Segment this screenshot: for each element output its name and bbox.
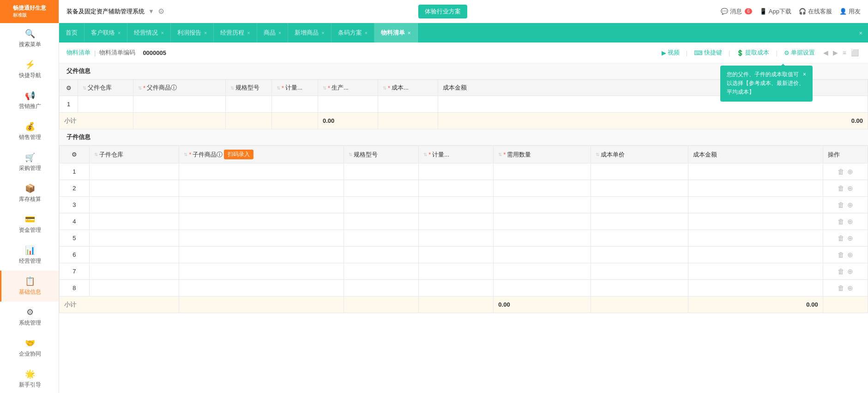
- parent-warehouse-cell[interactable]: [78, 96, 133, 113]
- tab-close-icon[interactable]: ×: [161, 30, 163, 36]
- child-amount-cell[interactable]: [688, 163, 823, 180]
- child-amount-cell[interactable]: [688, 280, 823, 296]
- child-unit-cell[interactable]: [419, 163, 494, 180]
- copy-icon[interactable]: ⊕: [847, 251, 853, 259]
- online-service-item[interactable]: 🎧 在线客服: [799, 7, 832, 16]
- child-spec-cell[interactable]: [344, 230, 419, 247]
- child-unit-cell[interactable]: [419, 280, 494, 296]
- nav-tab-7[interactable]: 条码方案×: [332, 23, 374, 42]
- child-spec-cell[interactable]: [344, 197, 419, 213]
- sidebar-item-marketing[interactable]: 📢 营销推广: [0, 85, 59, 116]
- settings-icon[interactable]: ⚙: [158, 7, 164, 16]
- nav-tab-2[interactable]: 经营情况×: [127, 23, 170, 42]
- action-settings[interactable]: ⚙ 单据设置: [784, 48, 815, 57]
- sidebar-item-inventory[interactable]: 📦 库存核算: [0, 178, 59, 209]
- sidebar-item-enterprise[interactable]: 🤝 企业协同: [0, 333, 59, 363]
- parent-spec-cell[interactable]: [226, 96, 272, 113]
- child-spec-cell[interactable]: [344, 163, 419, 180]
- tab-close-icon[interactable]: ×: [365, 30, 368, 36]
- child-product-cell[interactable]: [179, 213, 344, 230]
- app-download-item[interactable]: 📱 App下载: [760, 7, 791, 16]
- child-unit-cell[interactable]: [419, 180, 494, 197]
- nav-tab-1[interactable]: 客户联络×: [84, 23, 127, 42]
- child-qty-cell[interactable]: [494, 180, 591, 197]
- child-warehouse-cell[interactable]: [89, 263, 179, 280]
- parent-product-cell[interactable]: [133, 96, 226, 113]
- child-product-cell[interactable]: [179, 280, 344, 296]
- copy-icon[interactable]: ⊕: [847, 184, 853, 193]
- child-warehouse-cell[interactable]: [89, 230, 179, 247]
- child-spec-cell[interactable]: [344, 180, 419, 197]
- parent-cost-cell[interactable]: [378, 96, 438, 113]
- delete-icon[interactable]: 🗑: [838, 168, 844, 176]
- copy-icon[interactable]: ⊕: [847, 218, 853, 226]
- child-spec-cell[interactable]: [344, 247, 419, 263]
- sidebar-item-ops[interactable]: 📊 经营管理: [0, 240, 59, 271]
- child-warehouse-cell[interactable]: [89, 213, 179, 230]
- child-spec-cell[interactable]: [344, 280, 419, 296]
- nav-tab-3[interactable]: 利润报告×: [171, 23, 214, 42]
- child-warehouse-cell[interactable]: [89, 163, 179, 180]
- child-warehouse-cell[interactable]: [89, 247, 179, 263]
- dropdown-arrow-icon[interactable]: ▼: [148, 8, 154, 15]
- nav-close-all-btn[interactable]: ×: [853, 30, 868, 36]
- copy-icon[interactable]: ⊕: [847, 234, 853, 242]
- tab-close-icon[interactable]: ×: [408, 30, 410, 36]
- delete-icon[interactable]: 🗑: [838, 218, 844, 226]
- copy-icon[interactable]: ⊕: [847, 284, 853, 292]
- child-amount-cell[interactable]: [688, 197, 823, 213]
- sidebar-item-system[interactable]: ⚙ 系统管理: [0, 302, 59, 333]
- child-unit-cost-cell[interactable]: [591, 180, 688, 197]
- child-unit-cost-cell[interactable]: [591, 263, 688, 280]
- child-qty-cell[interactable]: [494, 197, 591, 213]
- child-product-cell[interactable]: [179, 247, 344, 263]
- user-item[interactable]: 👤 用友: [839, 7, 861, 16]
- child-unit-cost-cell[interactable]: [591, 197, 688, 213]
- child-qty-cell[interactable]: [494, 263, 591, 280]
- parent-production-cell[interactable]: [318, 96, 378, 113]
- child-unit-cell[interactable]: [419, 247, 494, 263]
- tab-close-icon[interactable]: ×: [247, 30, 250, 36]
- sidebar-item-finance[interactable]: 💳 资金管理: [0, 209, 59, 240]
- child-unit-cell[interactable]: [419, 197, 494, 213]
- child-qty-cell[interactable]: [494, 230, 591, 247]
- delete-icon[interactable]: 🗑: [838, 251, 844, 259]
- child-warehouse-cell[interactable]: [89, 197, 179, 213]
- child-qty-cell[interactable]: [494, 247, 591, 263]
- nav-tab-0[interactable]: 首页: [59, 23, 84, 42]
- child-spec-cell[interactable]: [344, 213, 419, 230]
- action-shortcut[interactable]: ⌨ 快捷键: [694, 48, 722, 57]
- child-amount-cell[interactable]: [688, 230, 823, 247]
- copy-icon[interactable]: ⊕: [847, 168, 853, 176]
- child-unit-cost-cell[interactable]: [591, 213, 688, 230]
- delete-icon[interactable]: 🗑: [838, 201, 844, 209]
- delete-icon[interactable]: 🗑: [838, 234, 844, 242]
- action-view[interactable]: ▶ 视频: [662, 48, 680, 57]
- delete-icon[interactable]: 🗑: [838, 184, 844, 193]
- child-qty-cell[interactable]: [494, 163, 591, 180]
- sidebar-item-quick-nav[interactable]: ⚡ 快捷导航: [0, 54, 59, 85]
- expand-icon[interactable]: ⬜: [849, 48, 861, 57]
- tab-close-icon[interactable]: ×: [204, 30, 207, 36]
- delete-icon[interactable]: 🗑: [838, 267, 844, 276]
- tab-close-icon[interactable]: ×: [278, 30, 281, 36]
- tab-close-icon[interactable]: ×: [321, 30, 324, 36]
- list-view-icon[interactable]: ≡: [841, 48, 848, 57]
- message-item[interactable]: 💬 消息 6: [721, 7, 752, 16]
- child-product-cell[interactable]: [179, 263, 344, 280]
- sidebar-item-basic[interactable]: 📋 基础信息: [0, 271, 59, 302]
- nav-tab-4[interactable]: 经营历程×: [214, 23, 257, 42]
- child-unit-cost-cell[interactable]: [591, 230, 688, 247]
- child-spec-cell[interactable]: [344, 263, 419, 280]
- child-unit-cost-cell[interactable]: [591, 280, 688, 296]
- child-unit-cell[interactable]: [419, 213, 494, 230]
- child-qty-cell[interactable]: [494, 213, 591, 230]
- nav-tab-5[interactable]: 商品×: [257, 23, 288, 42]
- experience-button[interactable]: 体验行业方案: [418, 5, 467, 18]
- prev-arrow[interactable]: ◀: [821, 48, 830, 57]
- child-unit-cell[interactable]: [419, 230, 494, 247]
- child-amount-cell[interactable]: [688, 263, 823, 280]
- scan-button[interactable]: 扫码录入: [224, 150, 253, 159]
- sidebar-item-sales[interactable]: 💰 销售管理: [0, 116, 59, 147]
- child-product-cell[interactable]: [179, 197, 344, 213]
